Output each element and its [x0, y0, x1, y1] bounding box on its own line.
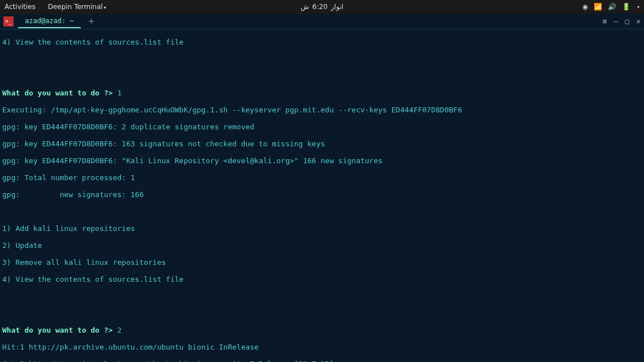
output-line: gpg: key ED444FF07D8D0BF6: 2 duplicate s… — [2, 123, 642, 131]
output-line — [2, 309, 642, 317]
prompt-line: What do you want to do ?> 1 — [2, 89, 642, 97]
output-line: 3) Remove all kali linux repositories — [2, 258, 642, 267]
output-line — [2, 72, 642, 80]
maximize-button[interactable]: ▢ — [625, 17, 629, 25]
terminal-tabbar: >_ azad@azad: ~ + ≡ — ▢ ✕ — [0, 14, 644, 29]
output-line — [2, 55, 642, 63]
network-icon[interactable]: 📶 — [594, 3, 602, 11]
battery-icon[interactable]: 🔋 — [622, 3, 630, 11]
output-line: 2) Update — [2, 241, 642, 250]
minimize-button[interactable]: — — [614, 17, 619, 25]
new-tab-button[interactable]: + — [85, 16, 98, 27]
output-line: 4) View the contents of sources.list fil… — [2, 38, 642, 46]
output-line: Get:2 http://security.ubuntu.com/ubuntu … — [2, 360, 642, 362]
system-menu-arrow[interactable]: ▾ — [637, 5, 639, 10]
output-line: gpg: Total number processed: 1 — [2, 173, 642, 182]
settings-tray-icon[interactable]: ◉ — [582, 3, 588, 11]
prompt-line: What do you want to do ?> 2 — [2, 326, 642, 334]
output-line: Hit:1 http://pk.archive.ubuntu.com/ubunt… — [2, 343, 642, 351]
output-line: 1) Add kali linux repositories — [2, 224, 642, 233]
output-line — [2, 207, 642, 216]
terminal-tab-active[interactable]: azad@azad: ~ — [18, 15, 81, 28]
app-menu[interactable]: Deepin Terminal▾ — [48, 3, 106, 11]
clock[interactable]: ش 6:20 انوار — [301, 3, 343, 11]
terminal-output[interactable]: 4) View the contents of sources.list fil… — [0, 29, 644, 362]
output-line: 4) View the contents of sources.list fil… — [2, 275, 642, 284]
output-line — [2, 292, 642, 300]
output-line: gpg: new signatures: 166 — [2, 190, 642, 199]
activities-button[interactable]: Activities — [5, 3, 36, 11]
close-button[interactable]: ✕ — [636, 17, 641, 25]
hamburger-menu-icon[interactable]: ≡ — [603, 17, 607, 25]
output-line: Executing: /tmp/apt-key-gpghome.ucCqHuOW… — [2, 106, 642, 114]
output-line: gpg: key ED444FF07D8D0BF6: 163 signature… — [2, 139, 642, 148]
gnome-topbar: Activities Deepin Terminal▾ ش 6:20 انوار… — [0, 0, 644, 14]
output-line: gpg: key ED444FF07D8D0BF6: "Kali Linux R… — [2, 156, 642, 165]
volume-icon[interactable]: 🔊 — [608, 3, 616, 11]
terminal-app-icon: >_ — [3, 16, 14, 27]
